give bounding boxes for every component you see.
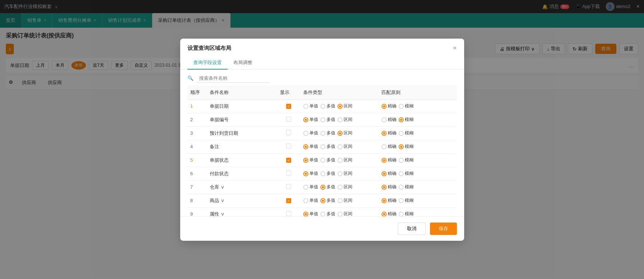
show-cell[interactable] bbox=[277, 100, 300, 113]
radio-range[interactable] bbox=[337, 117, 343, 122]
match-cell[interactable]: 精确模糊 bbox=[379, 126, 457, 140]
type-cell[interactable]: 单值多值区间 bbox=[300, 140, 378, 153]
tab-query-fields[interactable]: 查询字段设置 bbox=[187, 56, 228, 70]
name-cell: 单据日期 bbox=[207, 100, 277, 113]
table-row: 8商品 ∨单值多值区间精确模糊 bbox=[187, 194, 457, 207]
modal-header: 设置查询区域布局 × bbox=[180, 39, 464, 52]
radio-exact[interactable] bbox=[382, 104, 387, 109]
radio-multi[interactable] bbox=[320, 104, 325, 109]
radio-single[interactable] bbox=[303, 185, 308, 190]
show-checkbox[interactable] bbox=[286, 211, 291, 216]
radio-fuzzy[interactable] bbox=[399, 185, 404, 190]
radio-multi[interactable] bbox=[320, 212, 325, 216]
radio-fuzzy[interactable] bbox=[399, 144, 404, 149]
match-cell[interactable]: 精确模糊 bbox=[379, 180, 457, 194]
radio-range[interactable] bbox=[337, 171, 343, 176]
radio-range[interactable] bbox=[337, 144, 343, 149]
radio-range[interactable] bbox=[337, 198, 343, 203]
seq-cell: 1 bbox=[187, 100, 207, 113]
name-cell: 备注 bbox=[207, 140, 277, 153]
table-row: 7仓库 ∨单值多值区间精确模糊 bbox=[187, 180, 457, 194]
match-cell[interactable]: 精确模糊 bbox=[379, 153, 457, 167]
type-cell[interactable]: 单值多值区间 bbox=[300, 153, 378, 167]
show-checkbox[interactable] bbox=[286, 144, 291, 149]
radio-multi[interactable] bbox=[320, 131, 325, 136]
show-cell[interactable] bbox=[277, 207, 300, 216]
show-cell[interactable] bbox=[277, 140, 300, 153]
modal-overlay: 设置查询区域布局 × 查询字段设置 布局调整 🔍 顺序 条件名称 显示 条件类型 bbox=[0, 0, 644, 279]
modal-close-button[interactable]: × bbox=[453, 44, 457, 52]
match-cell[interactable]: 精确模糊 bbox=[379, 167, 457, 180]
show-cell[interactable] bbox=[277, 180, 300, 194]
radio-single[interactable] bbox=[303, 158, 308, 163]
radio-fuzzy[interactable] bbox=[399, 117, 404, 122]
show-checkbox[interactable] bbox=[286, 104, 291, 109]
show-checkbox[interactable] bbox=[286, 184, 291, 189]
radio-fuzzy[interactable] bbox=[399, 198, 404, 203]
radio-exact[interactable] bbox=[382, 131, 387, 136]
radio-multi[interactable] bbox=[320, 185, 325, 190]
radio-exact[interactable] bbox=[382, 212, 387, 216]
show-cell[interactable] bbox=[277, 167, 300, 180]
radio-fuzzy[interactable] bbox=[399, 158, 404, 163]
radio-single[interactable] bbox=[303, 131, 308, 136]
radio-exact[interactable] bbox=[382, 158, 387, 163]
radio-multi[interactable] bbox=[320, 171, 325, 176]
modal-dialog: 设置查询区域布局 × 查询字段设置 布局调整 🔍 顺序 条件名称 显示 条件类型 bbox=[180, 39, 464, 241]
radio-fuzzy[interactable] bbox=[399, 171, 404, 176]
match-cell[interactable]: 精确模糊 bbox=[379, 100, 457, 113]
condition-search-input[interactable] bbox=[196, 74, 269, 83]
type-cell[interactable]: 单值多值区间 bbox=[300, 100, 378, 113]
radio-multi[interactable] bbox=[320, 158, 325, 163]
show-checkbox[interactable] bbox=[286, 170, 291, 176]
match-cell[interactable]: 精确模糊 bbox=[379, 140, 457, 153]
seq-cell: 6 bbox=[187, 167, 207, 180]
radio-single[interactable] bbox=[303, 171, 308, 176]
show-checkbox[interactable] bbox=[286, 198, 291, 203]
radio-multi[interactable] bbox=[320, 144, 325, 149]
type-cell[interactable]: 单值多值区间 bbox=[300, 207, 378, 216]
show-cell[interactable] bbox=[277, 126, 300, 140]
show-checkbox[interactable] bbox=[286, 158, 291, 163]
modal-title: 设置查询区域布局 bbox=[187, 45, 231, 52]
show-cell[interactable] bbox=[277, 113, 300, 126]
type-cell[interactable]: 单值多值区间 bbox=[300, 126, 378, 140]
match-cell[interactable]: 精确模糊 bbox=[379, 194, 457, 207]
col-match-header: 匹配原则 bbox=[379, 86, 457, 100]
type-cell[interactable]: 单值多值区间 bbox=[300, 167, 378, 180]
radio-fuzzy[interactable] bbox=[399, 212, 404, 216]
save-button[interactable]: 保存 bbox=[430, 223, 457, 235]
type-cell[interactable]: 单值多值区间 bbox=[300, 113, 378, 126]
radio-range[interactable] bbox=[337, 131, 343, 136]
radio-range[interactable] bbox=[337, 185, 343, 190]
type-cell[interactable]: 单值多值区间 bbox=[300, 180, 378, 194]
match-cell[interactable]: 精确模糊 bbox=[379, 113, 457, 126]
radio-single[interactable] bbox=[303, 144, 308, 149]
radio-exact[interactable] bbox=[382, 144, 387, 149]
radio-single[interactable] bbox=[303, 104, 308, 109]
type-cell[interactable]: 单值多值区间 bbox=[300, 194, 378, 207]
radio-single[interactable] bbox=[303, 212, 308, 216]
radio-exact[interactable] bbox=[382, 117, 387, 122]
radio-exact[interactable] bbox=[382, 198, 387, 203]
cancel-button[interactable]: 取消 bbox=[398, 223, 426, 235]
radio-multi[interactable] bbox=[320, 198, 325, 203]
radio-single[interactable] bbox=[303, 198, 308, 203]
col-show-header: 显示 bbox=[277, 86, 300, 100]
radio-fuzzy[interactable] bbox=[399, 104, 404, 109]
radio-fuzzy[interactable] bbox=[399, 131, 404, 136]
show-cell[interactable] bbox=[277, 194, 300, 207]
radio-exact[interactable] bbox=[382, 171, 387, 176]
match-cell[interactable]: 精确模糊 bbox=[379, 207, 457, 216]
show-checkbox[interactable] bbox=[286, 117, 291, 122]
radio-single[interactable] bbox=[303, 117, 308, 122]
radio-exact[interactable] bbox=[382, 185, 387, 190]
radio-range[interactable] bbox=[337, 212, 343, 216]
radio-range[interactable] bbox=[337, 158, 343, 163]
show-cell[interactable] bbox=[277, 153, 300, 167]
tab-layout-adjust[interactable]: 布局调整 bbox=[228, 56, 258, 70]
table-row: 4备注单值多值区间精确模糊 bbox=[187, 140, 457, 153]
radio-range[interactable] bbox=[337, 104, 343, 109]
show-checkbox[interactable] bbox=[286, 130, 291, 135]
radio-multi[interactable] bbox=[320, 117, 325, 122]
